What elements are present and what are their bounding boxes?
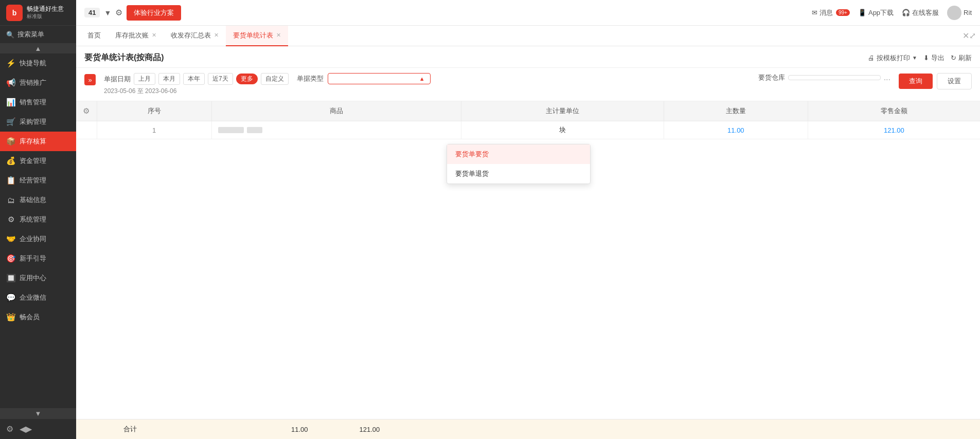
messages-action[interactable]: ✉ 消息 99+ [812,8,850,17]
tab-batch[interactable]: 库存批次账 ✕ [108,26,164,46]
td-amount: 121.00 [808,121,980,139]
online-service-action[interactable]: 🎧 在线客服 [902,8,939,17]
trial-button[interactable]: 体验行业方案 [127,5,181,21]
logo-sub: 标准版 [27,13,64,20]
sidebar: b 畅捷通好生意 标准版 🔍 搜索菜单 ▲ ⚡ 快捷导航 📢 营销推广 📊 销售… [0,0,76,439]
table-header-row: ⚙ 序号 商品 主计量单位 主数量 零售金额 [76,101,980,121]
sidebar-item-label: 营销推广 [20,78,46,87]
sidebar-item-quick-nav[interactable]: ⚡ 快捷导航 [0,53,76,73]
sidebar-item-label: 快捷导航 [20,59,46,68]
sidebar-item-ops[interactable]: 📋 经营管理 [0,171,76,190]
top-header: 41 ▼ ⚙ 体验行业方案 ✉ 消息 99+ 📱 App下载 🎧 在线客服 Ri… [76,0,980,26]
export-button[interactable]: ⬇ 导出 [923,53,945,63]
sidebar-scroll-down[interactable]: ▼ [0,408,76,418]
column-settings-icon[interactable]: ⚙ [83,106,90,115]
app-download-label: App下载 [868,8,894,17]
sidebar-item-inventory[interactable]: 📦 库存核算 [0,132,76,151]
sidebar-item-system[interactable]: ⚙ 系统管理 [0,210,76,229]
quantity-link[interactable]: 11.00 [727,126,744,134]
tab-bar-actions: ✕ ⤢ [963,31,976,41]
set-button[interactable]: 设置 [937,73,972,89]
finance-icon: 💰 [6,156,15,166]
logo-text: 畅捷通好生意 [27,5,64,13]
user-profile[interactable]: Rit [947,6,972,20]
tab-collect-close[interactable]: ✕ [214,32,219,39]
sales-icon: 📊 [6,98,15,107]
logo: b 畅捷通好生意 标准版 [0,0,76,26]
search-icon: 🔍 [6,31,14,39]
date-filter-group: 单据日期 上月 本月 本年 近7天 更多 自定义 2023-05-06 至 20… [104,73,289,96]
sidebar-item-sales[interactable]: 📊 销售管理 [0,93,76,112]
messages-label: 消息 [819,8,833,17]
system-icon: ⚙ [6,215,15,224]
date-btn-7days[interactable]: 近7天 [208,73,233,85]
header-right: ✉ 消息 99+ 📱 App下载 🎧 在线客服 Rit [812,6,972,20]
search-menu[interactable]: 🔍 搜索菜单 [0,26,76,43]
headset-icon: 🎧 [902,9,910,16]
tab-dropdown-button[interactable]: ▼ [104,9,111,17]
product-placeholder-2 [247,127,262,133]
page-content: 要货单统计表(按商品) 🖨 按模板打印 ▼ ⬇ 导出 ↻ 刷新 » [76,46,980,439]
sidebar-scroll-up[interactable]: ▲ [0,43,76,53]
date-btn-this-year[interactable]: 本年 [183,73,205,85]
tab-home-label: 首页 [87,31,101,40]
more-filters-button[interactable]: ... [884,73,890,82]
messages-badge: 99+ [836,9,850,16]
warehouse-select[interactable] [788,75,881,80]
tab-order-stats-close[interactable]: ✕ [276,32,281,39]
sidebar-item-base[interactable]: 🗂 基础信息 [0,190,76,210]
print-label: 按模板打印 [877,53,910,63]
close-all-button[interactable]: ✕ [963,31,969,41]
th-settings[interactable]: ⚙ [76,101,97,121]
sidebar-item-label: 企业微信 [20,293,46,302]
warehouse-filter-group: 要货仓库 ... [758,73,890,82]
tab-order-stats-label: 要货单统计表 [233,31,273,40]
date-btn-more[interactable]: 更多 [236,74,258,84]
expand-button[interactable]: ⤢ [969,31,976,41]
page-title: 要货单统计表(按商品) [84,52,164,63]
app-download-action[interactable]: 📱 App下载 [858,8,894,17]
tab-count-badge: 41 [84,8,100,17]
date-btn-custom[interactable]: 自定义 [261,73,289,85]
wechat-icon: 💬 [6,293,15,302]
settings-bottom-icon[interactable]: ⚙ [6,424,13,434]
tab-collect[interactable]: 收发存汇总表 ✕ [164,26,226,46]
th-quantity: 主数量 [664,101,808,121]
refresh-button[interactable]: ↻ 刷新 [951,53,972,63]
sidebar-item-purchase[interactable]: 🛒 采购管理 [0,112,76,132]
print-button[interactable]: 🖨 按模板打印 ▼ [868,53,917,63]
dropdown-item-order-return[interactable]: 要货单退货 [447,164,590,184]
date-btn-last-month[interactable]: 上月 [134,73,155,85]
sidebar-item-finance[interactable]: 💰 资金管理 [0,151,76,171]
date-btn-this-month[interactable]: 本月 [158,73,180,85]
footer-amount: 121.00 [360,426,380,433]
collapse-icon[interactable]: ◀▶ [20,424,32,434]
logo-icon: b [6,5,23,21]
sidebar-item-marketing[interactable]: 📢 营销推广 [0,73,76,93]
tab-batch-close[interactable]: ✕ [152,32,156,39]
sidebar-item-member[interactable]: 👑 畅会员 [0,307,76,327]
sidebar-item-appstore[interactable]: 🔲 应用中心 [0,268,76,288]
sidebar-item-label: 新手引导 [20,254,46,263]
query-button[interactable]: 查询 [899,74,933,89]
filter-buttons: 查询 设置 [899,73,972,89]
warehouse-label: 要货仓库 [758,73,785,82]
tab-bar: 首页 库存批次账 ✕ 收发存汇总表 ✕ 要货单统计表 ✕ ✕ ⤢ [76,26,980,46]
sidebar-item-wechat[interactable]: 💬 企业微信 [0,288,76,307]
type-label: 单据类型 [297,74,324,83]
type-select-box[interactable]: ▲ [328,73,431,84]
marketing-icon: 📢 [6,78,15,87]
td-settings [76,121,97,139]
td-product [211,121,461,139]
type-filter-group: 单据类型 ▲ [297,73,750,84]
dropdown-item-order-goods[interactable]: 要货单要货 [447,144,590,164]
sidebar-item-guide[interactable]: 🎯 新手引导 [0,249,76,268]
collab-icon: 🤝 [6,234,15,244]
type-dropdown-menu: 要货单要货 要货单退货 [447,144,591,184]
tab-order-stats[interactable]: 要货单统计表 ✕ [226,26,288,46]
topbar-settings-button[interactable]: ⚙ [115,8,122,17]
sidebar-item-collab[interactable]: 🤝 企业协同 [0,229,76,249]
collapse-filter-button[interactable]: » [84,74,96,85]
amount-link[interactable]: 121.00 [884,126,904,134]
tab-home[interactable]: 首页 [80,26,108,46]
